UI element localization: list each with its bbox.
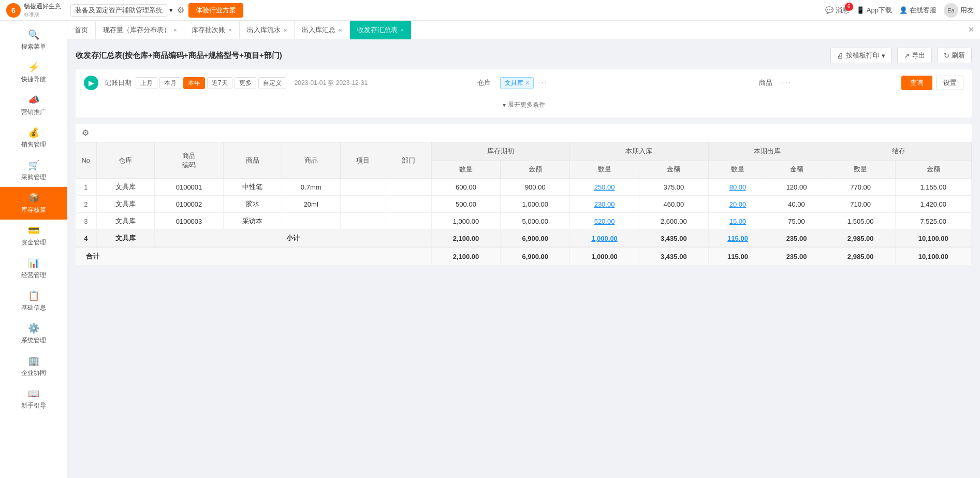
th-project: 项目 <box>340 142 386 179</box>
operations-icon: 📊 <box>28 257 39 269</box>
filter-panel: ▶ 记账日期 上月 本月 本年 近7天 更多 自定义 <box>76 69 972 118</box>
sidebar-label-quick-nav: 快捷导航 <box>21 75 46 84</box>
date-btn-this-month[interactable]: 本月 <box>159 77 181 89</box>
user-item[interactable]: Ea 用友 <box>944 3 974 18</box>
logo-line1: 畅捷通好生意 <box>24 3 61 11</box>
row2-no: 2 <box>76 196 96 213</box>
date-btn-7days[interactable]: 近7天 <box>207 77 232 89</box>
tab-inout-summary[interactable]: 出入库汇总 × <box>295 21 349 39</box>
row2-in-qty[interactable]: 230.00 <box>570 196 639 213</box>
row2-dept <box>386 196 431 213</box>
subtotal-label: 小计 <box>154 230 431 248</box>
row3-close-qty: 1,505.00 <box>826 213 895 230</box>
total-open-amt: 6,900.00 <box>501 247 570 266</box>
subtotal-close-qty: 2,985.00 <box>826 230 895 248</box>
row1-out-qty[interactable]: 80.00 <box>708 179 767 196</box>
warehouse-filter-dots[interactable]: ··· <box>538 78 548 88</box>
message-icon: 💬 <box>825 6 833 14</box>
row2-out-qty[interactable]: 20.00 <box>708 196 767 213</box>
tab-batch-close[interactable]: × <box>228 27 231 33</box>
table-toolbar: ⚙ <box>76 124 972 142</box>
warehouse-tag-remove[interactable]: × <box>525 79 529 86</box>
sidebar-label-operations: 经营管理 <box>21 271 46 280</box>
logo-line2: 标准版 <box>24 11 61 18</box>
th-period-in: 本期入库 <box>570 142 709 161</box>
goods-filter-dots[interactable]: ··· <box>782 78 792 88</box>
th-open-amt: 金额 <box>501 161 570 179</box>
total-close-amt: 10,100.00 <box>895 247 971 266</box>
row3-warehouse: 文具库 <box>96 213 154 230</box>
row3-out-qty[interactable]: 15.00 <box>708 213 767 230</box>
sidebar-item-sales[interactable]: 💰 销售管理 <box>0 122 67 154</box>
refresh-btn[interactable]: ↻ 刷新 <box>937 48 972 63</box>
settings-icon[interactable]: ⚙ <box>177 5 184 15</box>
sidebar-item-purchase[interactable]: 🛒 采购管理 <box>0 154 67 187</box>
expand-icon: ▾ <box>503 102 506 109</box>
date-btn-last-month[interactable]: 上月 <box>136 77 157 89</box>
date-btn-custom[interactable]: 自定义 <box>258 77 286 89</box>
system-select[interactable]: 装备及固定资产辅助管理系统 ▾ <box>65 4 173 17</box>
th-department: 部门 <box>386 142 431 179</box>
tab-inout-summary-label: 出入库汇总 <box>302 25 335 35</box>
sidebar-label-marketing: 营销推广 <box>21 108 46 117</box>
system-icon: ⚙️ <box>28 323 39 334</box>
sidebar-item-system[interactable]: ⚙️ 系统管理 <box>0 317 67 350</box>
row3-in-qty[interactable]: 520.00 <box>570 213 639 230</box>
tab-inventory-dist[interactable]: 现存量（库存分布表） × <box>96 21 184 39</box>
quick-nav-icon: ⚡ <box>28 62 39 73</box>
row1-spec: 0.7mm <box>282 179 340 196</box>
row2-project <box>340 196 386 213</box>
table-row: 3 文具库 0100003 采访本 1,000.00 5,000.00 520.… <box>76 213 972 230</box>
system-title: 装备及固定资产辅助管理系统 <box>70 4 167 17</box>
subtotal-in-qty[interactable]: 1,000.00 <box>570 230 639 248</box>
sidebar-item-enterprise[interactable]: 🏢 企业协同 <box>0 350 67 383</box>
sidebar-item-finance[interactable]: 💳 资金管理 <box>0 220 67 252</box>
tab-inout-flow[interactable]: 出入库流水 × <box>240 21 295 39</box>
row2-close-qty: 710.00 <box>826 196 895 213</box>
row3-dept <box>386 213 431 230</box>
row3-in-amt: 2,600.00 <box>639 213 708 230</box>
sidebar-item-quick-nav[interactable]: ⚡ 快捷导航 <box>0 56 67 89</box>
subtotal-out-qty[interactable]: 115.00 <box>708 230 767 248</box>
collapse-arrow[interactable]: ▶ <box>84 76 98 90</box>
export-btn[interactable]: ↗ 导出 <box>897 48 932 63</box>
tab-recv-send[interactable]: 收发存汇总表 × <box>350 21 412 39</box>
settings-btn[interactable]: 设置 <box>937 76 963 90</box>
print-btn[interactable]: 🖨 按模板打印 ▾ <box>830 48 892 63</box>
message-item[interactable]: 💬 消息 6 <box>825 6 849 15</box>
chevron-down-icon: ▾ <box>882 52 885 60</box>
page-content: 收发存汇总表(按仓库+商品编码+商品+规格型号+项目+部门) 🖨 按模板打印 ▾… <box>67 39 980 478</box>
tab-recv-send-label: 收发存汇总表 <box>357 25 398 35</box>
query-btn[interactable]: 查询 <box>901 76 932 90</box>
online-service-item[interactable]: 👤 在线客服 <box>899 6 937 15</box>
print-label: 按模板打印 <box>846 51 880 60</box>
date-btn-more[interactable]: 更多 <box>235 77 256 89</box>
system-dropdown-icon[interactable]: ▾ <box>169 6 173 14</box>
sidebar-item-basic-info[interactable]: 📋 基础信息 <box>0 285 67 317</box>
app-download-item[interactable]: 📱 App下载 <box>856 6 892 15</box>
expand-btn[interactable]: ▾ 展开更多条件 <box>503 100 545 109</box>
tab-batch[interactable]: 库存批次账 × <box>184 21 239 39</box>
sidebar-item-operations[interactable]: 📊 经营管理 <box>0 252 67 285</box>
sidebar-item-inventory[interactable]: 📦 库存核算 <box>0 187 67 220</box>
tab-home[interactable]: 首页 <box>67 21 96 39</box>
enterprise-icon: 🏢 <box>28 355 39 367</box>
tab-inout-summary-close[interactable]: × <box>339 27 342 33</box>
th-closing: 结存 <box>826 142 971 161</box>
table-settings-icon[interactable]: ⚙ <box>82 128 89 138</box>
try-btn[interactable]: 体验行业方案 <box>188 3 243 18</box>
date-btn-this-year[interactable]: 本年 <box>183 77 205 89</box>
sidebar-label-enterprise: 企业协同 <box>21 369 46 378</box>
tab-recv-send-close[interactable]: × <box>401 27 404 33</box>
page-title: 收发存汇总表(按仓库+商品编码+商品+规格型号+项目+部门) <box>76 51 282 61</box>
tab-close-all[interactable]: × <box>962 24 980 35</box>
sidebar-item-marketing[interactable]: 📣 营销推广 <box>0 89 67 122</box>
tab-inventory-dist-close[interactable]: × <box>173 27 177 33</box>
tab-inout-flow-close[interactable]: × <box>284 27 287 33</box>
row1-in-qty[interactable]: 250.00 <box>570 179 639 196</box>
filter-section-warehouse: 仓库 文具库 × ··· <box>477 77 548 89</box>
sidebar-item-guide[interactable]: 📖 新手引导 <box>0 383 67 415</box>
th-warehouse: 仓库 <box>96 142 154 179</box>
row3-open-qty: 1,000.00 <box>431 213 501 230</box>
sidebar-item-search[interactable]: 🔍 搜索菜单 <box>0 24 67 56</box>
